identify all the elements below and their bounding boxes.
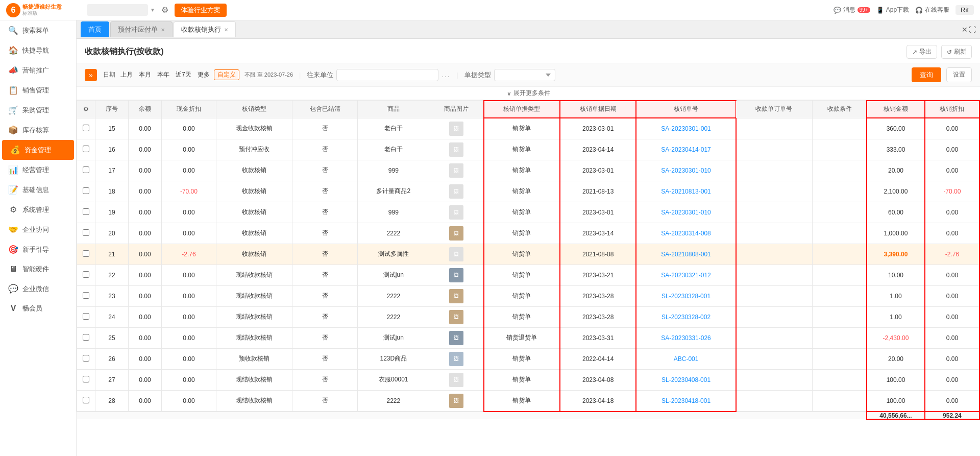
sidebar-item-system[interactable]: ⚙ 系统管理 (0, 200, 76, 220)
cancel-tab-close-icon[interactable]: ✕ (224, 27, 228, 33)
row-checkbox[interactable] (77, 181, 95, 202)
expand-more-button[interactable]: ∨ 展开更多条件 (507, 89, 550, 98)
setting-button[interactable]: 设置 (946, 67, 972, 82)
refresh-button[interactable]: ↺ 刷新 (941, 45, 972, 59)
cancel-bill-no-link[interactable]: SA-20210813-001 (661, 188, 710, 195)
sidebar-item-quicknav[interactable]: 🏠 快捷导航 (0, 40, 76, 60)
cancel-bill-no-cell[interactable]: SL-20230408-001 (636, 369, 736, 390)
tab-prepay[interactable]: 预付冲应付单 ✕ (110, 21, 173, 37)
row-checkbox[interactable] (77, 244, 95, 265)
row-checkbox[interactable] (77, 202, 95, 223)
cancel-bill-no-link[interactable]: SA-20230301-010 (661, 167, 710, 174)
cancel-bill-no-cell[interactable]: SA-20230301-010 (636, 202, 736, 223)
sidebar-item-operations[interactable]: 📊 经营管理 (0, 160, 76, 180)
tab-cancel[interactable]: 收款核销执行 ✕ (174, 21, 236, 37)
cancel-bill-no-cell[interactable]: SA-20230301-001 (636, 118, 736, 139)
row-checkbox[interactable] (77, 139, 95, 160)
top-bar: 6 畅捷通谁好生意 标准版 ▼ ⚙ 体验行业方案 💬 消息 99+ 📱 App下… (0, 0, 980, 20)
sidebar-item-guide[interactable]: 🎯 新手引导 (0, 239, 76, 259)
cancel-bill-no-cell[interactable]: SA-20230414-017 (636, 139, 736, 160)
row-checkbox[interactable] (77, 327, 95, 348)
row-checkbox[interactable] (77, 285, 95, 306)
cancel-bill-no-cell[interactable]: SA-20210813-001 (636, 181, 736, 202)
cash-discount-cell: 0.00 (161, 327, 216, 348)
col-cancel-bill-date-header: 核销单据日期 (560, 101, 636, 118)
row-checkbox[interactable] (77, 348, 95, 369)
last-7days-btn[interactable]: 近7天 (174, 69, 193, 80)
cancel-bill-no-link[interactable]: ABC-001 (674, 355, 699, 363)
sidebar-item-member[interactable]: V 畅会员 (0, 299, 76, 318)
cancel-bill-no-cell[interactable]: ABC-001 (636, 348, 736, 369)
balance-cell: 0.00 (128, 265, 161, 285)
tab-bar: 首页 预付冲应付单 ✕ 收款核销执行 ✕ ✕ ⛶ (77, 20, 980, 39)
row-checkbox[interactable] (77, 118, 95, 139)
include-settled-cell: 否 (292, 118, 358, 139)
row-checkbox[interactable] (77, 160, 95, 181)
cancel-bill-no-link[interactable]: SA-20230314-008 (661, 230, 710, 237)
cancel-discount-cell: 0.00 (925, 223, 979, 244)
from-unit-input[interactable] (336, 69, 438, 81)
row-checkbox[interactable] (77, 390, 95, 412)
col-gear[interactable]: ⚙ (77, 101, 95, 118)
filter-expand-button[interactable]: » (85, 69, 97, 81)
export-button[interactable]: ↗ 导出 (906, 45, 937, 59)
cancel-bill-no-cell[interactable]: SA-20210808-001 (636, 244, 736, 265)
this-year-btn[interactable]: 本年 (155, 69, 172, 80)
cancel-bill-no-link[interactable]: SA-20230331-026 (661, 334, 710, 342)
app-download-btn[interactable]: 📱 App下载 (876, 6, 909, 14)
user-menu[interactable]: Rit (955, 5, 974, 15)
message-btn[interactable]: 💬 消息 99+ (834, 6, 870, 14)
headset-icon: 🎧 (915, 7, 923, 14)
cancel-bill-no-link[interactable]: SL-20230408-001 (662, 376, 710, 383)
sidebar-item-basic-info[interactable]: 📝 基础信息 (0, 180, 76, 200)
sidebar-item-inventory[interactable]: 📦 库存核算 (0, 120, 76, 140)
cancel-bill-no-cell[interactable]: SA-20230321-012 (636, 265, 736, 285)
cancel-bill-no-link[interactable]: SA-20230301-010 (661, 209, 710, 216)
cancel-bill-no-cell[interactable]: SL-20230418-001 (636, 390, 736, 412)
row-checkbox[interactable] (77, 223, 95, 244)
cancel-bill-no-link[interactable]: SL-20230418-001 (662, 397, 710, 404)
row-checkbox[interactable] (77, 369, 95, 390)
sidebar-item-hardware[interactable]: 🖥 智能硬件 (0, 259, 76, 279)
sidebar-item-wechat[interactable]: 💬 企业微信 (0, 279, 76, 299)
table-row: 230.000.00现结收款核销否2222🖼销货单2023-03-28SL-20… (77, 285, 980, 306)
cancel-bill-no-cell[interactable]: SA-20230314-008 (636, 223, 736, 244)
cancel-bill-no-link[interactable]: SA-20230321-012 (661, 272, 710, 279)
last-month-btn[interactable]: 上月 (118, 69, 135, 80)
industry-solution-button[interactable]: 体验行业方案 (175, 4, 227, 17)
gear-column-icon[interactable]: ⚙ (83, 106, 89, 113)
cancel-bill-no-link[interactable]: SL-20230328-001 (662, 293, 710, 300)
receipt-condition-cell (812, 348, 867, 369)
company-name (87, 4, 148, 16)
sidebar-item-marketing[interactable]: 📣 营销推广 (0, 60, 76, 80)
goods-cell: 测试jun (358, 327, 429, 348)
cancel-bill-no-link[interactable]: SL-20230328-002 (662, 314, 710, 321)
sidebar-item-search[interactable]: 🔍 搜索菜单 (0, 20, 76, 40)
cancel-bill-no-cell[interactable]: SA-20230301-010 (636, 160, 736, 181)
sidebar-item-finance[interactable]: 💰 资金管理 (2, 140, 74, 160)
prepay-tab-close-icon[interactable]: ✕ (161, 27, 165, 33)
row-checkbox[interactable] (77, 265, 95, 285)
cancel-bill-no-link[interactable]: SA-20230414-017 (661, 146, 710, 153)
cancel-bill-no-cell[interactable]: SL-20230328-002 (636, 306, 736, 327)
online-service-btn[interactable]: 🎧 在线客服 (915, 6, 949, 14)
cancel-bill-no-link[interactable]: SA-20210808-001 (661, 251, 710, 258)
custom-date-btn[interactable]: 自定义 (214, 69, 239, 80)
company-selector[interactable]: ▼ (87, 4, 155, 16)
sidebar-item-sales[interactable]: 📋 销售管理 (0, 80, 76, 100)
query-button[interactable]: 查询 (912, 67, 941, 82)
row-checkbox[interactable] (77, 306, 95, 327)
cancel-type-cell: 收款核销 (216, 160, 292, 181)
cancel-bill-no-link[interactable]: SA-20230301-001 (661, 125, 710, 132)
more-date-btn[interactable]: 更多 (195, 69, 212, 80)
tab-close-all-button[interactable]: ✕ (962, 26, 968, 34)
bill-type-select[interactable] (494, 69, 555, 81)
sidebar-item-purchase[interactable]: 🛒 采购管理 (0, 100, 76, 120)
cancel-bill-no-cell[interactable]: SA-20230331-026 (636, 327, 736, 348)
tab-maximize-button[interactable]: ⛶ (969, 26, 976, 34)
cancel-bill-no-cell[interactable]: SL-20230328-001 (636, 285, 736, 306)
tab-home[interactable]: 首页 (81, 21, 109, 37)
this-month-btn[interactable]: 本月 (137, 69, 153, 80)
sidebar-item-collab[interactable]: 🤝 企业协同 (0, 220, 76, 239)
settings-gear-icon[interactable]: ⚙ (159, 3, 170, 17)
